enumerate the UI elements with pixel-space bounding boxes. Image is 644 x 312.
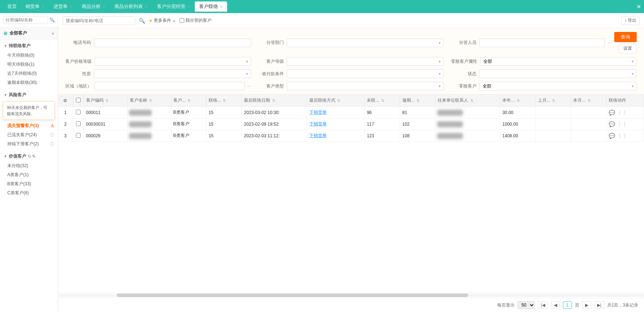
tab-analysis[interactable]: 商品分析 ×	[77, 1, 109, 12]
sidebar-item-churned[interactable]: 已流失客户(24) ⓘ	[0, 130, 58, 139]
tier-select[interactable]	[287, 57, 444, 66]
col-header-name: 客户名称 ⇅	[127, 94, 171, 107]
sort-contact-icon[interactable]: ⇅	[223, 98, 226, 102]
tab-customer-tier[interactable]: 客户分层经营 ×	[153, 1, 194, 12]
sidebar-collapse-button[interactable]: «	[52, 31, 54, 36]
last-method-link[interactable]: 下销货单	[309, 110, 327, 115]
sidebar-item-overdue[interactable]: 逾期未联络(30)	[0, 78, 58, 87]
row-action: 💬 ⋮⋮	[606, 118, 644, 130]
row-last-month	[535, 107, 571, 118]
select-all-checkbox[interactable]	[76, 98, 81, 102]
row-checkbox[interactable]	[76, 110, 81, 114]
manager-more-icon[interactable]: ···	[608, 40, 611, 45]
row-type: B类客户	[171, 107, 206, 118]
region-input[interactable]	[94, 82, 245, 90]
row-action-more-icon[interactable]: ⋮⋮	[617, 110, 627, 116]
tab-customer-tier-close[interactable]: ×	[188, 4, 190, 9]
status-select[interactable]	[479, 69, 637, 78]
zero-attr-select[interactable]: 全部	[480, 57, 637, 66]
window-close-button[interactable]: ✕	[636, 3, 641, 10]
horizontal-scrollbar[interactable]	[58, 293, 644, 297]
tier-select-wrap	[287, 57, 444, 66]
query-button[interactable]: 查询	[614, 32, 637, 42]
row-action-chat-icon[interactable]: 💬	[609, 121, 615, 127]
sidebar-search-input[interactable]	[3, 16, 48, 24]
region-more-icon[interactable]: ···	[247, 84, 251, 89]
settings-icon[interactable]: ⚙	[63, 98, 67, 103]
gender-select[interactable]	[94, 69, 251, 78]
sidebar-item-churn-warning[interactable]: 流失预警客户(3) ⚠	[0, 121, 58, 130]
sidebar-item-7days[interactable]: 近7天待联络(0)	[0, 69, 58, 78]
tab-customer-link[interactable]: 客户联络 ×	[195, 1, 227, 12]
tab-sales-close[interactable]: ×	[42, 4, 44, 9]
tab-analysis-close[interactable]: ×	[103, 4, 105, 9]
scrollbar-thumb[interactable]	[117, 293, 468, 297]
page-first-button[interactable]: |◀	[538, 301, 548, 309]
row-action-more-icon[interactable]: ⋮⋮	[617, 133, 627, 139]
export-button[interactable]: ↑ 导出	[621, 16, 640, 25]
payment-select[interactable]	[287, 69, 444, 78]
payment-label: 收付款条件	[258, 71, 284, 77]
page-next-button[interactable]: ▶	[582, 301, 591, 309]
sidebar-group-pending-header[interactable]: ▼ 待联络客户	[0, 41, 58, 51]
tab-sales[interactable]: 销货单 ×	[21, 1, 48, 12]
tab-customer-link-close[interactable]: ×	[220, 4, 222, 9]
row-action-more-icon[interactable]: ⋮⋮	[617, 121, 627, 127]
filter-search-button[interactable]: 🔍	[139, 18, 145, 24]
tab-analysis-list-close[interactable]: ×	[145, 4, 147, 9]
gender-select-wrap	[94, 69, 251, 78]
setting-button[interactable]: 设置	[619, 44, 637, 53]
sidebar-item-declining[interactable]: 持续下滑客户(2) ⓘ	[0, 139, 58, 149]
sidebar-group-value-header[interactable]: ▼ 价值客户 ↻ ✎	[0, 151, 58, 161]
col-header-code: 客户编码 ⇅	[84, 94, 127, 107]
customer-type-select[interactable]	[287, 82, 444, 90]
sidebar-search-icon[interactable]: 🔍	[49, 17, 55, 23]
sort-overdue-icon[interactable]: ⇅	[416, 98, 419, 102]
tab-home[interactable]: 首页	[3, 3, 21, 10]
risk-tooltip: 90天未交易的客户，可能有流失风险。	[3, 101, 55, 120]
sort-lastmethod-icon[interactable]: ⇅	[337, 98, 340, 102]
col-header-contact: 联络... ⇅	[206, 94, 241, 107]
edit-icon[interactable]: ✎	[32, 154, 36, 159]
sort-lastmonth-icon[interactable]: ⇅	[552, 98, 555, 102]
price-tier-select[interactable]	[94, 57, 251, 66]
sidebar-item-ungrouped[interactable]: 未分组(32)	[0, 161, 58, 170]
last-method-link[interactable]: 下销货单	[309, 121, 327, 126]
sort-thismonth-icon[interactable]: ⇅	[588, 98, 591, 102]
row-action-chat-icon[interactable]: 💬	[609, 133, 615, 139]
dept-select[interactable]	[287, 39, 444, 47]
page-prev-button[interactable]: ◀	[551, 301, 560, 309]
sidebar-item-a-class[interactable]: A类客户(1)	[0, 170, 58, 179]
sort-name-icon[interactable]: ⇅	[149, 98, 152, 102]
my-customers-checkbox[interactable]	[180, 18, 184, 23]
zero-customer-select[interactable]: 全部	[479, 82, 637, 90]
page-last-button[interactable]: ▶|	[594, 301, 604, 309]
tab-purchase[interactable]: 进货单 ×	[49, 1, 76, 12]
row-checkbox[interactable]	[76, 121, 81, 126]
sort-thisyear-icon[interactable]: ⇅	[517, 98, 520, 102]
sidebar-item-b-class[interactable]: B类客户(33)	[0, 179, 58, 189]
sort-lastdate-icon[interactable]: ⇅	[272, 98, 275, 102]
sort-companycontact-icon[interactable]: ⇅	[470, 98, 473, 102]
manager-input[interactable]	[479, 39, 605, 47]
sort-type-icon[interactable]: ⇅	[188, 98, 190, 102]
tab-analysis-list[interactable]: 商品分析列表 ×	[110, 1, 152, 12]
row-action-chat-icon[interactable]: 💬	[609, 110, 615, 116]
sort-code-icon[interactable]: ⇅	[105, 98, 108, 102]
sort-nocontact-icon[interactable]: ⇅	[381, 98, 384, 102]
sidebar-item-c-class[interactable]: C类客户(6)	[0, 189, 58, 198]
page-size-select[interactable]: 50	[518, 301, 535, 309]
row-checkbox[interactable]	[76, 133, 81, 138]
sidebar-all-customers[interactable]: ⊞ 全部客户 «	[0, 27, 58, 40]
sidebar-item-today[interactable]: 今天待联络(0)	[0, 51, 58, 60]
last-method-link[interactable]: 下销货单	[309, 133, 327, 138]
refresh-icon[interactable]: ↻	[28, 154, 31, 159]
tab-purchase-close[interactable]: ×	[70, 4, 72, 9]
filter-my-customers[interactable]: 我分管的客户	[180, 17, 212, 24]
sidebar-group-risk-header[interactable]: ▼ 风险客户	[0, 90, 58, 100]
sidebar-item-tomorrow[interactable]: 明天待联络(1)	[0, 60, 58, 69]
gender-label: 性质	[65, 71, 91, 77]
filter-more-conditions[interactable]: ▼ 更多条件 ▲	[149, 17, 176, 24]
filter-search-input[interactable]	[63, 16, 135, 25]
phone-input[interactable]	[94, 39, 251, 47]
